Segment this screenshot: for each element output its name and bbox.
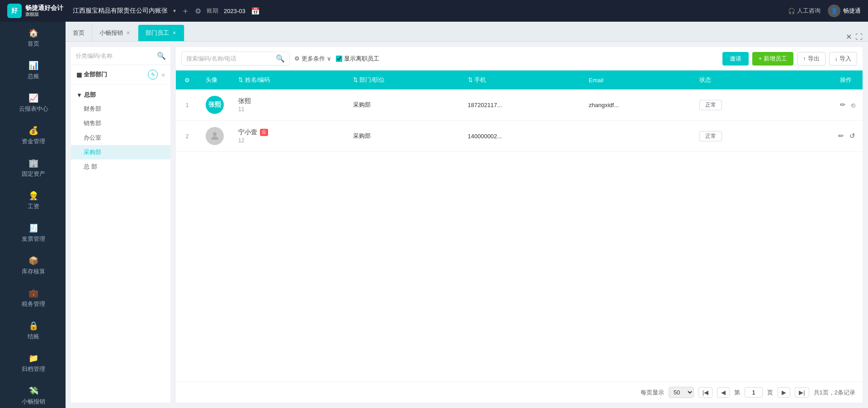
grid-icon: ▦	[76, 71, 82, 78]
close-period-icon: 🔒	[28, 321, 38, 331]
tab-expand-button[interactable]: ⛶	[855, 33, 863, 41]
show-ex-label: 显示离职员工	[344, 55, 379, 63]
page-size-label: 每页显示	[641, 389, 664, 397]
import-icon: ↓	[835, 55, 838, 62]
tab-home[interactable]: 首页	[66, 25, 92, 41]
page-size-select[interactable]: 50 10 20 100	[669, 387, 694, 398]
company-dropdown-button[interactable]: ▾	[173, 8, 176, 14]
page-unit-label: 页	[767, 389, 773, 397]
dept-group-zonbu[interactable]: ▼ 总部	[71, 88, 170, 102]
sidebar-item-funds[interactable]: 💰 资金管理	[0, 119, 66, 152]
name-with-badge-2: 宁小壹 应	[238, 128, 339, 136]
col-settings[interactable]: ⚙	[176, 70, 198, 89]
table-row: 1 张熙 张熙 11	[176, 89, 863, 121]
sidebar-item-ledger[interactable]: 📊 总账	[0, 54, 66, 87]
user-avatar: 👤	[828, 5, 840, 17]
export-button[interactable]: ↑ 导出	[797, 52, 826, 66]
sidebar-label-archive: 归档管理	[22, 365, 45, 373]
tab-expense-close[interactable]: ×	[126, 29, 131, 37]
dept-item-purchase[interactable]: 采购部	[71, 145, 170, 159]
row-index-2: 2	[176, 121, 198, 152]
sidebar-item-salary[interactable]: 👷 工资	[0, 184, 66, 217]
edit-icon-1[interactable]: ✏	[840, 101, 846, 109]
dept-search-area: 🔍	[71, 47, 170, 65]
dept-item-headquarters[interactable]: 总 部	[71, 159, 170, 174]
sidebar-item-assets[interactable]: 🏢 固定资产	[0, 152, 66, 184]
employee-panel: 🔍 ⚙ 更多条件 ∨ 显示离职员工 邀请 +	[176, 47, 863, 403]
employee-search-icon[interactable]: 🔍	[276, 54, 285, 63]
calendar-icon[interactable]: 📅	[251, 7, 260, 15]
sidebar-item-expense[interactable]: 💸 小畅报销	[0, 380, 66, 408]
filter-label: 更多条件	[302, 55, 325, 63]
filter-chevron-icon: ∨	[327, 55, 331, 62]
support-button[interactable]: 🎧 人工咨询	[788, 7, 821, 15]
filter-icon: ⚙	[294, 55, 300, 62]
last-page-button[interactable]: ▶|	[795, 387, 809, 398]
logo-main: 畅捷通好会计	[25, 4, 63, 12]
tab-close-window-button[interactable]: ✕	[846, 33, 852, 41]
row-index-1: 1	[176, 89, 198, 121]
dept-item-finance[interactable]: 财务部	[71, 102, 170, 116]
sidebar-item-reports[interactable]: 📈 云报表中心	[0, 87, 66, 119]
dept-item-office[interactable]: 办公室	[71, 131, 170, 145]
name-cell-2: 宁小壹 应 12	[238, 128, 339, 144]
page-di-label: 第	[734, 389, 740, 397]
logo-sub: 旗舰版	[25, 11, 63, 18]
tab-employee[interactable]: 部门员工 ×	[138, 25, 184, 41]
sidebar-label-salary: 工资	[28, 202, 39, 211]
tab-bar-actions: ✕ ⛶	[846, 33, 868, 41]
sidebar-item-close[interactable]: 🔒 结账	[0, 314, 66, 347]
dept-collapse-button[interactable]: «	[161, 71, 165, 78]
emp-code-2: 12	[238, 137, 339, 144]
tab-employee-close[interactable]: ×	[172, 29, 177, 37]
sidebar-item-home[interactable]: 🏠 首页	[0, 22, 66, 54]
invite-button[interactable]: 邀请	[722, 52, 749, 66]
show-ex-employees-label[interactable]: 显示离职员工	[336, 55, 379, 63]
top-bar: 好 畅捷通好会计 旗舰版 江西服宝精品有限责任公司内账张 ▾ ＋ ⚙ 账期 20…	[0, 0, 868, 22]
more-filter-button[interactable]: ⚙ 更多条件 ∨	[294, 55, 331, 63]
sidebar: 🏠 首页 📊 总账 📈 云报表中心 💰 资金管理 🏢 固定资产 👷 工资 🧾 发…	[0, 22, 66, 408]
add-company-button[interactable]: ＋	[181, 5, 189, 16]
dept-header-title: ▦ 全部部门	[76, 70, 144, 79]
dept-edit-button[interactable]: ✎	[148, 70, 158, 80]
logout-icon-1[interactable]: ⎋	[851, 101, 855, 109]
ledger-icon: 📊	[28, 61, 38, 70]
sidebar-item-inventory[interactable]: 📦 库存核算	[0, 249, 66, 282]
refresh-icon-2[interactable]: ↺	[849, 132, 855, 140]
add-employee-button[interactable]: + 新增员工	[752, 52, 793, 66]
row-email-2	[581, 121, 692, 152]
row-email-1: zhangxidf...	[581, 89, 692, 121]
dept-item-sales[interactable]: 销售部	[71, 116, 170, 131]
dept-search-input[interactable]	[75, 52, 154, 59]
support-label: 人工咨询	[797, 7, 821, 15]
show-ex-employees-checkbox[interactable]	[336, 56, 342, 62]
col-phone[interactable]: ⇅ 手机	[461, 70, 582, 89]
salary-icon: 👷	[28, 191, 38, 201]
status-badge-2: 正常	[699, 131, 722, 141]
edit-icon-2[interactable]: ✏	[838, 132, 844, 140]
prev-page-button[interactable]: ◀	[717, 387, 730, 398]
sidebar-item-invoice[interactable]: 🧾 发票管理	[0, 217, 66, 249]
page-number-input[interactable]	[745, 387, 763, 398]
row-avatar-1: 张熙	[198, 89, 231, 121]
next-page-button[interactable]: ▶	[778, 387, 790, 398]
user-area[interactable]: 👤 畅捷通	[828, 5, 861, 17]
settings-button[interactable]: ⚙	[195, 7, 201, 15]
import-button[interactable]: ↓ 导入	[829, 52, 858, 66]
col-dept[interactable]: ⇅ 部门/职位	[346, 70, 461, 89]
dept-tree: ▼ 总部 财务部 销售部 办公室 采购部 总 部	[71, 84, 170, 403]
row-avatar-2	[198, 121, 231, 152]
company-name: 江西服宝精品有限责任公司内账张	[73, 7, 168, 15]
first-page-button[interactable]: |◀	[698, 387, 712, 398]
sidebar-item-tax[interactable]: 💼 税务管理	[0, 282, 66, 314]
employee-search-input[interactable]	[186, 55, 273, 62]
dept-search-icon[interactable]: 🔍	[157, 52, 166, 60]
sidebar-item-archive[interactable]: 📁 归档管理	[0, 347, 66, 380]
period-value: 2023-03	[224, 8, 245, 14]
top-bar-center: 江西服宝精品有限责任公司内账张 ▾ ＋ ⚙ 账期 2023-03 📅	[73, 5, 788, 16]
tab-expense[interactable]: 小畅报销 ×	[92, 25, 138, 41]
row-phone-2: 140000002...	[461, 121, 582, 152]
inventory-icon: 📦	[28, 256, 38, 266]
logo: 好 畅捷通好会计 旗舰版	[7, 4, 73, 18]
col-name-code[interactable]: ⇅ 姓名/编码	[231, 70, 346, 89]
